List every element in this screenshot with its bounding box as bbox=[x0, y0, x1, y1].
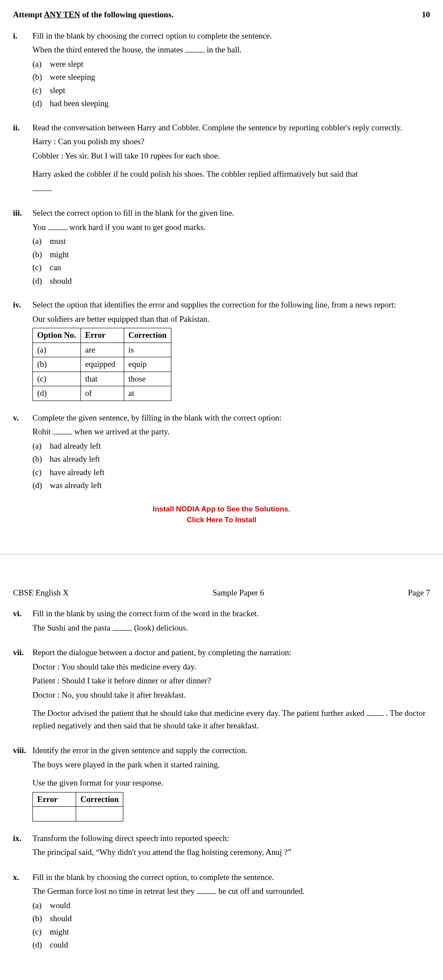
instruction-text: Attempt ANY TEN of the following questio… bbox=[13, 9, 173, 21]
question-number: ix. bbox=[13, 832, 32, 860]
question-body: Identify the error in the given sentence… bbox=[32, 744, 430, 822]
question-sentence: Our soldiers are better equipped than th… bbox=[32, 313, 430, 326]
options: (a)were slept (b)were sleeping (c)slept … bbox=[32, 58, 430, 110]
option-a: (a)had already left bbox=[32, 440, 430, 453]
format-instruction: Use the given format for your response. bbox=[32, 777, 430, 789]
dialogue-line: Doctor : You should take this medicine e… bbox=[32, 661, 430, 673]
table-row: (b)equippedequip bbox=[33, 357, 171, 372]
question-text: Transform the following direct speech in… bbox=[32, 832, 430, 845]
question-text: Fill in the blank by using the correct f… bbox=[32, 608, 430, 620]
dialogue-line: Doctor : No, you should take it after br… bbox=[32, 689, 430, 702]
question-number: vii. bbox=[13, 647, 32, 734]
option-d: (d)was already left bbox=[32, 479, 430, 492]
table-row: (d)ofat bbox=[33, 386, 171, 401]
marks: 10 bbox=[422, 9, 430, 21]
instr-underline: ANY TEN bbox=[44, 10, 80, 19]
question-sentence: The principal said, “Why didn't you atte… bbox=[32, 846, 430, 859]
th-error: Error bbox=[33, 792, 76, 807]
option-b: (b)should bbox=[32, 912, 430, 925]
dialogue-line: Harry : Can you polish my shoes? bbox=[32, 136, 430, 148]
question-text: Report the dialogue between a doctor and… bbox=[32, 647, 430, 659]
question-number: iii. bbox=[13, 207, 32, 288]
question-i: i. Fill in the blank by choosing the cor… bbox=[13, 30, 430, 111]
header-right: Page 7 bbox=[408, 587, 430, 599]
question-body: Select the option that identifies the er… bbox=[32, 299, 430, 401]
th-option: Option No. bbox=[33, 328, 81, 343]
question-text: Fill in the blank by choosing the correc… bbox=[32, 871, 430, 884]
question-sentence: When the third entered the house, the in… bbox=[32, 44, 430, 56]
blank bbox=[366, 715, 384, 716]
question-number: iv. bbox=[13, 299, 32, 401]
question-sentence: The boys were played in the park when it… bbox=[32, 759, 430, 771]
option-d: (d)should bbox=[32, 275, 430, 288]
blank bbox=[48, 230, 67, 230]
section-header: Attempt ANY TEN of the following questio… bbox=[13, 9, 430, 21]
blank bbox=[32, 191, 52, 191]
option-c: (c)have already left bbox=[32, 466, 430, 479]
narration-text: Harry asked the cobbler if he could poli… bbox=[32, 168, 430, 181]
instr-prefix: Attempt bbox=[13, 10, 44, 19]
question-text: Complete the given sentence, by filling … bbox=[32, 412, 430, 424]
options: (a)must (b)might (c)can (d)should bbox=[32, 235, 430, 287]
option-d: (d)could bbox=[32, 939, 430, 951]
question-iv: iv. Select the option that identifies th… bbox=[13, 299, 430, 401]
narration-text: The Doctor advised the patient that he s… bbox=[32, 707, 430, 732]
question-number: viii. bbox=[13, 744, 32, 822]
header-center: Sample Paper 6 bbox=[212, 587, 264, 599]
table-row: (c)thatthose bbox=[33, 372, 171, 386]
question-text: Select the option that identifies the er… bbox=[32, 299, 430, 311]
dialogue-line: Patient : Should I take it before dinner… bbox=[32, 675, 430, 687]
table-row: (a)areis bbox=[33, 343, 171, 357]
table-row: Error Correction bbox=[33, 792, 123, 807]
option-c: (c)can bbox=[32, 262, 430, 274]
error-correction-table: Option No. Error Correction (a)areis (b)… bbox=[32, 328, 171, 401]
option-a: (a)must bbox=[32, 235, 430, 248]
option-b: (b)has already left bbox=[32, 453, 430, 466]
question-iii: iii. Select the correct option to fill i… bbox=[13, 207, 430, 288]
question-number: x. bbox=[13, 871, 32, 952]
install-cta[interactable]: Install NODIA App to See the Solutions. … bbox=[13, 504, 430, 526]
page-header: CBSE English X Sample Paper 6 Page 7 bbox=[0, 565, 443, 608]
question-text: Fill in the blank by choosing the correc… bbox=[32, 30, 430, 42]
question-number: vi. bbox=[13, 608, 32, 636]
question-body: Select the correct option to fill in the… bbox=[32, 207, 430, 288]
question-v: v. Complete the given sentence, by filli… bbox=[13, 412, 430, 493]
options: (a)had already left (b)has already left … bbox=[32, 440, 430, 492]
question-body: Read the conversation between Harry and … bbox=[32, 122, 430, 197]
question-body: Fill in the blank by choosing the correc… bbox=[32, 30, 430, 111]
option-c: (c)might bbox=[32, 926, 430, 938]
cta-line1: Install NODIA App to See the Solutions. bbox=[13, 504, 430, 515]
instr-suffix: of the following questions. bbox=[80, 10, 173, 19]
question-number: ii. bbox=[13, 122, 32, 197]
th-correction: Correction bbox=[76, 792, 123, 807]
question-vi: vi. Fill in the blank by using the corre… bbox=[13, 608, 430, 636]
option-c: (c)slept bbox=[32, 84, 430, 97]
option-b: (b)were sleeping bbox=[32, 71, 430, 84]
question-body: Fill in the blank by using the correct f… bbox=[32, 608, 430, 636]
blank bbox=[197, 893, 216, 894]
question-sentence: You work hard if you want to get good ma… bbox=[32, 221, 430, 234]
blank bbox=[185, 52, 205, 52]
question-body: Complete the given sentence, by filling … bbox=[32, 412, 430, 493]
question-text: Identify the error in the given sentence… bbox=[32, 744, 430, 757]
option-a: (a)would bbox=[32, 899, 430, 912]
question-text: Read the conversation between Harry and … bbox=[32, 122, 430, 134]
dialogue-line: Cobbler : Yes sir. But I will take 10 ru… bbox=[32, 150, 430, 162]
option-d: (d)had been sleeping bbox=[32, 97, 430, 110]
page-separator bbox=[0, 554, 443, 554]
question-body: Fill in the blank by choosing the correc… bbox=[32, 871, 430, 952]
question-number: v. bbox=[13, 412, 32, 493]
th-error: Error bbox=[80, 328, 124, 343]
question-body: Report the dialogue between a doctor and… bbox=[32, 647, 430, 734]
question-ii: ii. Read the conversation between Harry … bbox=[13, 122, 430, 197]
blank bbox=[53, 434, 72, 434]
question-x: x. Fill in the blank by choosing the cor… bbox=[13, 871, 430, 952]
blank bbox=[112, 630, 132, 631]
option-b: (b)might bbox=[32, 249, 430, 261]
header-left: CBSE English X bbox=[13, 587, 69, 599]
option-a: (a)were slept bbox=[32, 58, 430, 71]
question-sentence: The German force lost no time in retreat… bbox=[32, 885, 430, 898]
table-row bbox=[33, 807, 123, 822]
question-number: i. bbox=[13, 30, 32, 111]
question-vii: vii. Report the dialogue between a docto… bbox=[13, 647, 430, 734]
